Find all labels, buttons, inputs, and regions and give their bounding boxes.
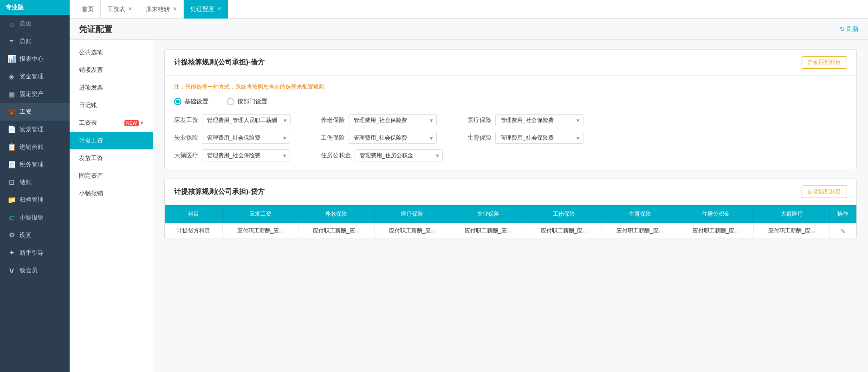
tab-home-label: 首页 [82,5,94,13]
sidebar-item-assets[interactable]: ▦ 固定资产 [0,85,70,103]
left-menu-fixed-assets-label: 固定资产 [79,172,103,180]
left-menu-public-label: 公共选项 [79,48,103,57]
left-menu-journal[interactable]: 日记账 [70,96,153,114]
sidebar-item-invoice[interactable]: 📄 发票管理 [0,121,70,138]
ledger-icon: ≡ [7,38,16,45]
sidebar-item-xiaochang[interactable]: C 小畅报销 [0,209,70,226]
select-injury[interactable]: 管理费用_社会保险费 [349,132,437,144]
tab-home[interactable]: 首页 [75,0,101,19]
select-wrapper-pension: 管理费用_社会保险费 [349,114,437,126]
radio-department-circle [227,98,234,105]
brand-label: 专业版 [6,3,24,12]
credit-table: 科目 应发工资 养老保险 医疗保险 失业保险 工伤保险 生育保险 住房公积金 大… [165,205,856,239]
sidebar-item-close[interactable]: ⊡ 结账 [0,173,70,191]
select-housing-fund[interactable]: 管理费用_住房公积金 [355,149,443,161]
sidebar-item-reports[interactable]: 📊 报表中心 [0,50,70,68]
select-pension[interactable]: 管理费用_社会保险费 [349,114,437,126]
left-menu-calc-salary-label: 计提工资 [79,136,103,145]
sidebar-item-home[interactable]: ⌂ 首页 [0,15,70,32]
left-menu-salary-table[interactable]: 工资表 NEW ▾ [70,114,153,132]
funds-icon: ◈ [7,72,16,81]
select-maternity[interactable]: 管理费用_社会保险费 [495,132,583,144]
sidebar-label-vip: 畅会员 [19,266,38,275]
tab-period-end[interactable]: 期末结转 ✕ [139,0,184,19]
archive-icon: 📁 [7,196,16,204]
tab-voucher-config-close[interactable]: ✕ [217,6,221,12]
left-menu-calc-salary[interactable]: 计提工资 [70,132,153,149]
left-menu-salary-table-label: 工资表 [79,119,97,127]
tab-voucher-config-label: 凭证配置 [190,5,214,13]
sidebar-item-guide[interactable]: ✦ 新手引导 [0,244,70,262]
col-major-medical: 大额医疗 [754,205,830,223]
col-salary: 应发工资 [222,205,298,223]
select-wrapper-maternity: 管理费用_社会保险费 [495,132,583,144]
select-unemployment[interactable]: 管理费用_社会保险费 [202,132,290,144]
select-salary[interactable]: 管理费用_管理人员职工薪酬 [202,114,291,126]
col-unemployment: 失业保险 [450,205,526,223]
select-major-medical[interactable]: 管理费用_社会保险费 [202,149,290,161]
left-menu-xiaochang-expense-label: 小畅报销 [79,189,103,198]
left-menu-xiaochang-expense[interactable]: 小畅报销 [70,185,153,202]
sidebar-item-settings[interactable]: ⚙ 设置 [0,226,70,244]
select-medical[interactable]: 管理费用_社会保险费 [495,114,583,126]
warning-text: 注：只能选择一种方式，系统将按照您当前的选择来配置规则 [174,83,847,91]
page-title: 凭证配置 [79,24,112,35]
tab-salary-table-close[interactable]: ✕ [128,6,132,12]
debit-auto-match-button[interactable]: 自动匹配科目 [802,56,847,69]
debit-section: 计提核算规则(公司承担)-借方 自动匹配科目 注：只能选择一种方式，系统将按照您… [164,49,857,169]
chevron-down-icon: ▾ [141,120,143,126]
select-wrapper-unemployment: 管理费用_社会保险费 [202,132,290,144]
sidebar-label-archive: 归档管理 [19,196,44,204]
radio-department[interactable]: 按部门设置 [227,97,267,106]
sidebar-item-funds[interactable]: ◈ 资金管理 [0,68,70,85]
left-menu-pay-salary[interactable]: 发放工资 [70,149,153,167]
tab-salary-table[interactable]: 工资表 ✕ [101,0,139,19]
sidebar-label-xiaochang: 小畅报销 [19,213,44,222]
guide-icon: ✦ [7,249,16,257]
sidebar-label-assets: 固定资产 [19,90,44,98]
select-wrapper-major-medical: 管理费用_社会保险费 [202,149,290,161]
col-pension: 养老保险 [298,205,375,223]
debit-section-body: 注：只能选择一种方式，系统将按照您当前的选择来配置规则 基础设置 按部门设置 [165,76,856,169]
top-nav: 首页 工资表 ✕ 期末结转 ✕ 凭证配置 ✕ [70,0,868,19]
field-salary: 应发工资 管理费用_管理人员职工薪酬 [174,114,313,126]
label-housing-fund: 住房公积金 [321,151,351,160]
radio-basic[interactable]: 基础设置 [174,97,208,106]
form-row-0: 应发工资 管理费用_管理人员职工薪酬 养老保险 [174,114,847,126]
radio-basic-circle [174,98,181,105]
sidebar-item-tax[interactable]: 🧾 税务管理 [0,156,70,173]
left-menu-fixed-assets[interactable]: 固定资产 [70,167,153,185]
table-header-row: 科目 应发工资 养老保险 医疗保险 失业保险 工伤保险 生育保险 住房公积金 大… [165,205,856,223]
table-row: 计提贷方科目 应付职工薪酬_应... 应付职工薪酬_应... 应付职工薪酬_应.… [165,223,856,239]
field-medical: 医疗保险 管理费用_社会保险费 [467,114,607,126]
sidebar-item-ledger[interactable]: ≡ 总账 [0,32,70,50]
left-menu-purchase-invoice-label: 进项发票 [79,83,103,92]
sidebar-item-archive[interactable]: 📁 归档管理 [0,191,70,209]
left-menu-purchase-invoice[interactable]: 进项发票 [70,79,153,96]
tab-period-end-close[interactable]: ✕ [173,6,177,12]
credit-auto-match-button[interactable]: 自动匹配科目 [802,186,847,198]
cell-major-medical: 应付职工薪酬_应... [754,223,830,239]
salary-icon: 💼 [7,108,16,116]
radio-department-label: 按部门设置 [237,97,267,106]
col-subject: 科目 [165,205,223,223]
left-menu-public[interactable]: 公共选项 [70,44,153,61]
content-area: 公共选项 销项发票 进项发票 日记账 工资表 NEW ▾ 计提工资 [70,40,868,372]
sidebar-item-vip[interactable]: V 畅会员 [0,262,70,279]
left-menu-sales-invoice[interactable]: 销项发票 [70,61,153,79]
tab-voucher-config[interactable]: 凭证配置 ✕ [184,0,228,19]
label-medical: 医疗保险 [467,116,492,124]
col-maternity: 生育保险 [602,205,678,223]
refresh-button[interactable]: ↻ 刷新 [840,25,859,33]
select-wrapper-medical: 管理费用_社会保险费 [495,114,583,126]
cell-pension: 应付职工薪酬_应... [298,223,375,239]
select-wrapper-injury: 管理费用_社会保险费 [349,132,437,144]
cell-action[interactable]: ✎ [829,223,856,239]
edit-icon[interactable]: ✎ [840,227,846,235]
left-menu: 公共选项 销项发票 进项发票 日记账 工资表 NEW ▾ 计提工资 [70,40,153,372]
label-pension: 养老保险 [321,116,345,124]
cell-salary: 应付职工薪酬_应... [222,223,298,239]
sidebar-label-close: 结账 [19,178,32,186]
sidebar-item-salary[interactable]: 💼 工资 [0,103,70,121]
sidebar-item-purchase[interactable]: 📋 进销台账 [0,138,70,156]
